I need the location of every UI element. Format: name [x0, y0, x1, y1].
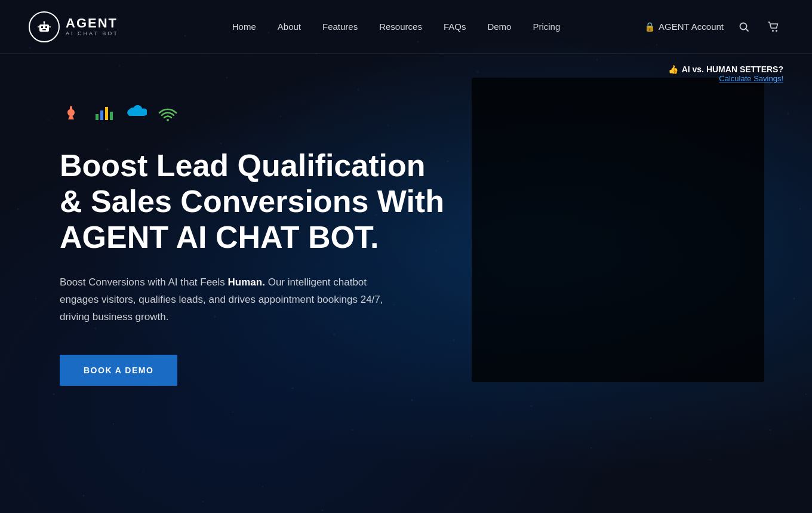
- nav-link-resources[interactable]: Resources: [379, 21, 422, 32]
- svg-point-111: [776, 30, 777, 32]
- svg-point-105: [44, 21, 45, 23]
- svg-rect-101: [41, 26, 43, 28]
- nav-link-home[interactable]: Home: [232, 21, 256, 32]
- demo-panel: [472, 78, 764, 382]
- announcement-line1: 👍 AI vs. HUMAN SETTERS?: [668, 64, 783, 74]
- thumbs-up-icon: 👍: [668, 64, 678, 74]
- book-demo-button[interactable]: BOOK A DEMO: [60, 355, 177, 386]
- signal-icon: [156, 102, 179, 124]
- robot-svg: [36, 19, 53, 35]
- logo-subtitle: AI CHAT BOT: [66, 31, 119, 37]
- logo-robot-icon: [29, 11, 60, 42]
- account-link[interactable]: 🔒 AGENT Account: [644, 21, 724, 32]
- svg-rect-116: [110, 112, 113, 120]
- svg-rect-113: [96, 114, 99, 120]
- svg-rect-114: [100, 110, 103, 120]
- hero-desc-strong: Human.: [228, 277, 265, 288]
- nav-link-about[interactable]: About: [278, 21, 301, 32]
- hero-desc-prefix: Boost Conversions with AI that Feels: [60, 277, 228, 288]
- salesforce-icon: [124, 102, 147, 124]
- nav-link-features[interactable]: Features: [322, 21, 358, 32]
- announcement-text: AI vs. HUMAN SETTERS?: [682, 64, 783, 74]
- hero-description: Boost Conversions with AI that Feels Hum…: [60, 274, 406, 326]
- svg-point-110: [772, 30, 774, 32]
- hero-right: [472, 90, 764, 382]
- nav-link-faqs[interactable]: FAQs: [444, 21, 466, 32]
- svg-line-109: [746, 29, 748, 31]
- cart-button[interactable]: [764, 17, 783, 36]
- announcement-bar: 👍 AI vs. HUMAN SETTERS? Calculate Saving…: [668, 64, 783, 83]
- hero-title: Boost Lead Qualification & Sales Convers…: [60, 148, 448, 255]
- hubspot-icon: [60, 102, 82, 124]
- nav-right: 🔒 AGENT Account: [644, 17, 783, 36]
- svg-rect-103: [42, 29, 46, 30]
- svg-point-117: [167, 119, 169, 121]
- nav-link-pricing[interactable]: Pricing: [533, 21, 560, 32]
- search-icon: [739, 21, 749, 32]
- svg-point-112: [70, 111, 73, 114]
- svg-rect-115: [105, 107, 108, 120]
- navbar: AGENT AI CHAT BOT Home About Features Re…: [0, 0, 812, 54]
- cart-icon: [767, 20, 780, 33]
- account-label: AGENT Account: [659, 21, 724, 32]
- svg-rect-102: [45, 26, 47, 28]
- lock-icon: 🔒: [644, 21, 656, 32]
- logo[interactable]: AGENT AI CHAT BOT: [29, 9, 148, 45]
- calculate-savings-link[interactable]: Calculate Savings!: [668, 74, 783, 83]
- integration-icons: [60, 102, 448, 124]
- nav-link-demo[interactable]: Demo: [487, 21, 511, 32]
- nav-menu: Home About Features Resources FAQs Demo …: [232, 21, 561, 32]
- logo-text: AGENT AI CHAT BOT: [66, 16, 119, 36]
- svg-rect-100: [39, 24, 49, 32]
- logo-brand: AGENT: [66, 16, 119, 30]
- search-button[interactable]: [734, 17, 753, 36]
- hero-content: Boost Lead Qualification & Sales Convers…: [60, 90, 448, 386]
- svg-point-77: [322, 510, 324, 512]
- analytics-icon: [92, 102, 115, 124]
- hero-section: Boost Lead Qualification & Sales Convers…: [0, 54, 812, 502]
